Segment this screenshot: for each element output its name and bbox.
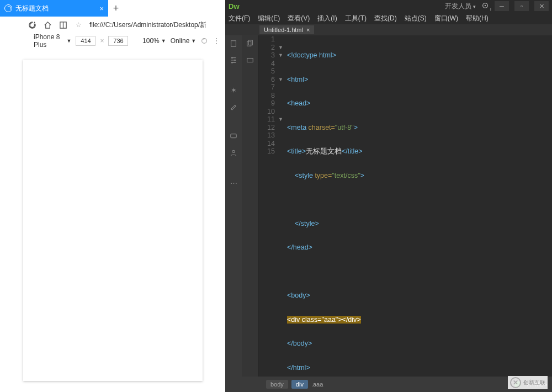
brush-icon[interactable]	[229, 102, 238, 112]
svg-rect-13	[247, 59, 253, 62]
menu-find[interactable]: 查找(D)	[374, 14, 397, 23]
menu-insert[interactable]: 插入(I)	[317, 14, 337, 23]
file-tab[interactable]: Untitled-1.html×	[259, 25, 314, 34]
dw-menubar: 文件(F) 编辑(E) 查看(V) 插入(I) 工具(T) 查找(D) 站点(S…	[225, 12, 552, 24]
svg-point-4	[485, 4, 486, 6]
rotate-icon[interactable]	[200, 36, 208, 45]
menu-view[interactable]: 查看(V)	[288, 14, 310, 23]
menu-help[interactable]: 帮助(H)	[466, 14, 489, 23]
settings-icon[interactable]	[229, 55, 238, 65]
line-gutter: 123456789101112131415	[258, 35, 278, 156]
network-select[interactable]: Online▼	[171, 37, 197, 45]
browser-window: 无标题文档 × + ☆ file:///C:/Users/Administrat…	[0, 0, 225, 392]
browser-tab-active[interactable]: 无标题文档 ×	[0, 0, 108, 17]
home-icon[interactable]	[43, 20, 52, 29]
times-icon: ×	[100, 37, 104, 45]
width-input[interactable]	[76, 36, 95, 46]
browser-tabbar: 无标题文档 × +	[0, 0, 225, 17]
watermark: ✕ 创新互联	[508, 376, 548, 389]
menu-edit[interactable]: 编辑(E)	[258, 14, 280, 23]
svg-rect-9	[231, 134, 237, 138]
person-icon[interactable]	[229, 148, 238, 158]
svg-point-8	[231, 62, 233, 63]
svg-point-10	[232, 150, 235, 152]
dw-logo: Dw	[229, 2, 240, 10]
dev-toolbar: iPhone 8 Plus▼ × 100%▼ Online▼ ⋮	[0, 33, 225, 49]
watermark-text: 创新互联	[523, 379, 545, 386]
menu-file[interactable]: 文件(F)	[229, 14, 250, 23]
menu-tools[interactable]: 工具(T)	[345, 14, 367, 23]
dw-file-tabs: Untitled-1.html×	[225, 24, 552, 35]
height-input[interactable]	[108, 36, 128, 46]
crumb-class[interactable]: .aaa	[311, 381, 323, 388]
svg-point-6	[231, 57, 233, 59]
tab-title: 无标题文档	[15, 4, 49, 13]
browser-toolbar: ☆ file:///C:/Users/Administrator/Desktop…	[0, 17, 225, 33]
more-icon[interactable]: ⋮	[213, 36, 220, 45]
device-select[interactable]: iPhone 8 Plus▼	[34, 33, 71, 49]
dw-statusbar: body div .aaa HTML ▾	[225, 377, 552, 392]
dw-sidebar-left: ✶ ⋯	[225, 35, 242, 377]
files-icon[interactable]	[245, 39, 255, 49]
close-icon[interactable]: ×	[306, 27, 310, 33]
menu-site[interactable]: 站点(S)	[405, 14, 427, 23]
chat-icon[interactable]	[229, 131, 238, 141]
dreamweaver-window: Dw 开发人员 ▾ ! ─ ▫ ✕ 文件(F) 编辑(E) 查看(V) 插入(I…	[225, 0, 552, 392]
close-button[interactable]: ✕	[534, 1, 549, 11]
reload-icon[interactable]	[28, 20, 36, 29]
css-icon[interactable]	[245, 55, 255, 65]
minimize-button[interactable]: ─	[495, 1, 509, 11]
menu-window[interactable]: 窗口(W)	[434, 14, 458, 23]
url-bar[interactable]: file:///C:/Users/Administrator/Desktop/新	[89, 20, 221, 30]
globe-icon	[4, 4, 12, 12]
gear-icon[interactable]: !	[481, 2, 489, 11]
star-icon[interactable]: ☆	[74, 20, 83, 29]
crumb-div[interactable]: div	[291, 380, 308, 389]
more-icon[interactable]: ⋯	[229, 178, 238, 188]
dw-sidebar-panel	[242, 35, 258, 377]
book-icon[interactable]	[59, 20, 67, 29]
preview-canvas	[23, 60, 203, 381]
new-tab-button[interactable]: +	[108, 3, 124, 14]
fold-arrows: ▼▼▼▼	[278, 35, 286, 156]
crumb-body[interactable]: body	[266, 380, 288, 389]
code-editor[interactable]: 123456789101112131415 ▼▼▼▼ <!doctype htm…	[258, 35, 552, 377]
zoom-select[interactable]: 100%▼	[142, 37, 166, 45]
close-icon[interactable]: ×	[99, 4, 104, 13]
file-icon[interactable]	[229, 39, 238, 49]
dw-titlebar: Dw 开发人员 ▾ ! ─ ▫ ✕	[225, 0, 552, 12]
workspace-select[interactable]: 开发人员 ▾	[445, 2, 476, 11]
code-content: <!doctype html> <html> <head> <meta char…	[287, 35, 552, 392]
svg-point-2	[202, 39, 207, 44]
maximize-button[interactable]: ▫	[514, 1, 529, 11]
svg-point-7	[234, 60, 236, 61]
watermark-logo-icon: ✕	[510, 377, 521, 388]
wand-icon[interactable]: ✶	[229, 85, 238, 95]
svg-rect-5	[231, 41, 236, 47]
